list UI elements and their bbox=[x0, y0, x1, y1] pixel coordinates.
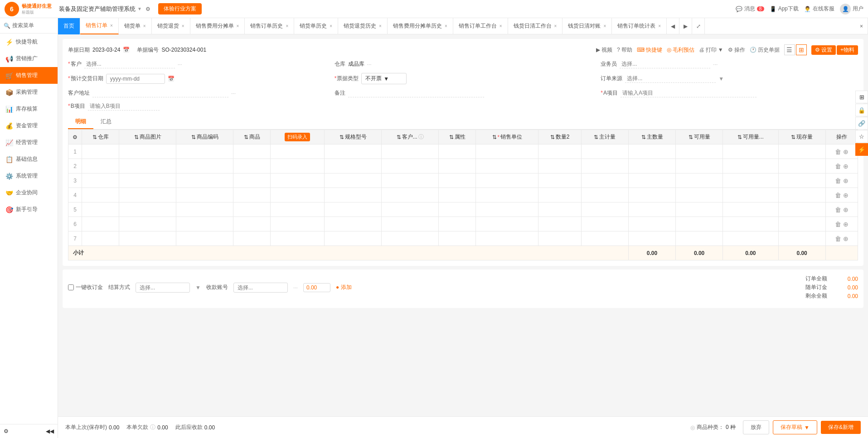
tab-detail[interactable]: 明细 bbox=[68, 115, 93, 129]
col-spec[interactable]: ⇅规格型号 bbox=[325, 130, 382, 144]
tab-sales-return[interactable]: 销货退货 × bbox=[152, 18, 190, 34]
address-ellipsis[interactable]: ··· bbox=[231, 90, 236, 96]
discard-btn[interactable]: 放弃 bbox=[743, 420, 769, 434]
print-btn[interactable]: 🖨 打印 ▼ bbox=[699, 46, 723, 54]
sidebar-item-finance[interactable]: 💰 资金管理 bbox=[0, 117, 58, 134]
view-video-btn[interactable]: ▶ 视频 bbox=[596, 46, 612, 54]
col-attr[interactable]: ⇅属性 bbox=[439, 130, 476, 144]
warehouse-ellipsis[interactable]: ··· bbox=[367, 61, 372, 67]
tab-nav-right[interactable]: ▶ bbox=[679, 18, 692, 34]
order-source-input[interactable] bbox=[625, 74, 716, 83]
help-btn[interactable]: ? 帮助 bbox=[617, 46, 632, 54]
copy-row-2-btn[interactable]: ⊕ bbox=[843, 163, 849, 170]
amount-input[interactable] bbox=[303, 283, 330, 292]
tab-nav-close[interactable]: × bbox=[855, 18, 868, 34]
col-customer-code[interactable]: ⇅客户...ⓘ bbox=[382, 130, 439, 144]
delete-row-2-btn[interactable]: 🗑 bbox=[835, 163, 841, 170]
payment-input[interactable] bbox=[136, 283, 190, 293]
col-code[interactable]: ⇅商品编码 bbox=[176, 130, 233, 144]
one-click-label[interactable]: 一键收订金 bbox=[68, 284, 103, 291]
tab-close-sales-order[interactable]: × bbox=[110, 23, 113, 28]
invoice-select[interactable]: 不开票 ▼ bbox=[361, 73, 407, 84]
tab-close-sales-workbench[interactable]: × bbox=[499, 24, 502, 29]
delivery-input[interactable] bbox=[106, 74, 165, 84]
tab-sales-return-history[interactable]: 销货退货历史 × bbox=[338, 18, 388, 34]
sidebar-item-guide[interactable]: 🎯 新手引导 bbox=[0, 201, 58, 218]
sidebar-item-purchase[interactable]: 📦 采购管理 bbox=[0, 84, 58, 101]
delete-row-4-btn[interactable]: 🗑 bbox=[835, 192, 841, 199]
sidebar-settings-icon[interactable]: ⚙ bbox=[4, 428, 9, 434]
tab-close-sales-slip[interactable]: × bbox=[143, 24, 146, 29]
sidebar-item-inventory[interactable]: 📊 库存核算 bbox=[0, 101, 58, 117]
app-download-button[interactable]: 📱 App下载 bbox=[770, 5, 799, 13]
tab-close-sales-return-history[interactable]: × bbox=[379, 24, 382, 29]
delete-row-7-btn[interactable]: 🗑 bbox=[835, 235, 841, 242]
tab-sales-expense-history[interactable]: 销售费用分摊单历史 × bbox=[388, 18, 453, 34]
tab-close-cash-workbench[interactable]: × bbox=[554, 24, 557, 29]
calendar-icon[interactable]: 📅 bbox=[123, 47, 130, 53]
tab-sales-stats[interactable]: 销售订单统计表 × bbox=[612, 18, 667, 34]
shortcut-btn[interactable]: ⌨ 快捷键 bbox=[637, 46, 662, 54]
save-draft-btn[interactable]: 保存草稿 ▼ bbox=[773, 420, 817, 434]
tab-close-sales-order-history[interactable]: × bbox=[286, 24, 288, 29]
online-service-button[interactable]: 👨‍💼 在线客服 bbox=[804, 5, 834, 13]
tab-sales-slip[interactable]: 销货单 × bbox=[119, 18, 152, 34]
industry-btn[interactable]: 体验行业方案 bbox=[158, 3, 202, 14]
copy-row-3-btn[interactable]: ⊕ bbox=[843, 177, 849, 184]
right-float-star-btn[interactable]: ☆ bbox=[855, 130, 868, 143]
tab-cash-reconcile[interactable]: 钱货日清对账 × bbox=[563, 18, 612, 34]
tab-sales-expense[interactable]: 销售费用分摊单 × bbox=[190, 18, 245, 34]
message-button[interactable]: 💬 消息 8 bbox=[736, 5, 764, 13]
copy-row-7-btn[interactable]: ⊕ bbox=[843, 235, 849, 242]
tab-close-sales-expense[interactable]: × bbox=[237, 24, 239, 29]
tab-sales-order[interactable]: 销售订单 × bbox=[80, 18, 119, 34]
table-settings-icon[interactable]: ⚙ bbox=[73, 134, 78, 140]
right-float-lock-btn[interactable]: 🔒 bbox=[855, 104, 868, 116]
tab-close-sales-slip-history[interactable]: × bbox=[330, 24, 332, 29]
delete-row-3-btn[interactable]: 🗑 bbox=[835, 177, 841, 184]
list-view-btn[interactable]: ☰ bbox=[784, 44, 795, 55]
account-input[interactable] bbox=[233, 283, 288, 293]
sidebar-item-marketing[interactable]: 📢 营销推广 bbox=[0, 50, 58, 67]
save-draft-arrow-icon[interactable]: ▼ bbox=[804, 424, 810, 431]
ops-btn[interactable]: ⚙ 操作 bbox=[728, 46, 745, 54]
right-float-grid-btn[interactable]: ⊞ bbox=[855, 91, 868, 103]
col-avail-qty2[interactable]: ⇅可用量... bbox=[723, 130, 778, 144]
grid-view-btn[interactable]: ⊞ bbox=[796, 44, 807, 55]
copy-row-5-btn[interactable]: ⊕ bbox=[843, 206, 849, 213]
tab-close-sales-expense-history[interactable]: × bbox=[445, 24, 447, 29]
col-avail-qty[interactable]: ⇅可用量 bbox=[676, 130, 723, 144]
delete-row-5-btn[interactable]: 🗑 bbox=[835, 206, 841, 213]
customer-input[interactable] bbox=[84, 60, 175, 68]
col-stock[interactable]: ⇅现存量 bbox=[778, 130, 825, 144]
sidebar-item-sales[interactable]: 🛒 销售管理 bbox=[0, 67, 58, 84]
col-main-qty[interactable]: ⇅主数量 bbox=[628, 130, 675, 144]
sidebar-item-basic-info[interactable]: 📋 基础信息 bbox=[0, 151, 58, 168]
tab-sales-slip-history[interactable]: 销货单历史 × bbox=[294, 18, 338, 34]
customer-ellipsis[interactable]: ··· bbox=[178, 61, 182, 67]
a-project-input[interactable] bbox=[621, 89, 756, 97]
tab-nav-left[interactable]: ◀ bbox=[667, 18, 679, 34]
col-product[interactable]: ⇅商品 bbox=[233, 130, 271, 144]
remark-input[interactable] bbox=[348, 89, 484, 97]
staff-input[interactable] bbox=[620, 60, 710, 68]
tab-sales-workbench[interactable]: 销售订单工作台 × bbox=[453, 18, 508, 34]
tab-close-sales-return[interactable]: × bbox=[182, 24, 184, 29]
right-float-orange-btn[interactable]: ⚡ bbox=[855, 143, 868, 156]
one-click-checkbox[interactable] bbox=[68, 284, 74, 290]
delivery-calendar-icon[interactable]: 📅 bbox=[168, 76, 175, 82]
tab-close-cash-reconcile[interactable]: × bbox=[603, 24, 606, 29]
profit-btn[interactable]: ◎ 毛利预估 bbox=[667, 46, 694, 54]
col-main-unit[interactable]: ⇅主计量 bbox=[581, 130, 628, 144]
tab-home[interactable]: 首页 bbox=[58, 18, 80, 34]
sidebar-collapse-icon[interactable]: ◀◀ bbox=[46, 428, 54, 434]
account-ellipsis[interactable]: ··· bbox=[293, 284, 298, 291]
col-image[interactable]: ⇅商品图片 bbox=[119, 130, 176, 144]
scan-btn[interactable]: 扫码录入 bbox=[285, 133, 310, 141]
sidebar-item-system[interactable]: ⚙️ 系统管理 bbox=[0, 168, 58, 184]
sidebar-item-operations[interactable]: 📈 经营管理 bbox=[0, 134, 58, 151]
b-project-input[interactable] bbox=[88, 102, 160, 111]
right-float-link-btn[interactable]: 🔗 bbox=[855, 117, 868, 130]
tab-summary[interactable]: 汇总 bbox=[93, 115, 119, 129]
add-payment-btn[interactable]: ● 添加 bbox=[336, 284, 352, 291]
